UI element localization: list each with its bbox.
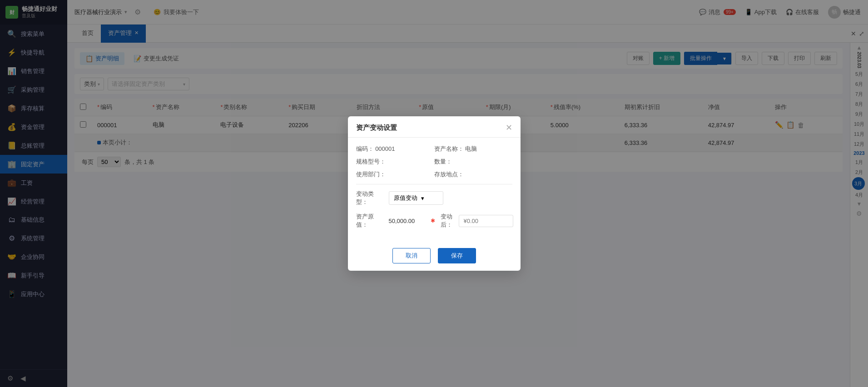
asset-change-modal: 资产变动设置 ✕ 编码： 000001 资产名称： 电脑 (348, 116, 521, 271)
quantity-label: 数量： (434, 158, 512, 166)
code-label: 编码： (356, 145, 374, 152)
after-change-label: 变动后： (441, 213, 452, 229)
required-mark: ✱ (431, 218, 435, 224)
save-button[interactable]: 保存 (438, 248, 476, 263)
modal-field-spec: 规格型号： (356, 158, 434, 166)
change-type-arrow: ▾ (421, 195, 424, 202)
change-type-label: 变动类型： (356, 190, 385, 206)
modal-info-row2: 规格型号： 数量： (356, 158, 512, 166)
modal-header: 资产变动设置 ✕ (348, 116, 521, 138)
modal-footer: 取消 保存 (348, 243, 521, 271)
dept-label: 使用部门： (356, 170, 434, 179)
modal-body: 编码： 000001 资产名称： 电脑 规格型号： 数量： (348, 138, 521, 243)
modal-title: 资产变动设置 (356, 124, 397, 132)
location-label: 存放地点： (434, 170, 512, 179)
change-type-value: 原值变动 (394, 194, 417, 202)
asset-name-label: 资产名称： (434, 145, 464, 152)
modal-info-row3: 使用部门： 存放地点： (356, 170, 512, 179)
change-type-select[interactable]: 原值变动 ▾ (389, 191, 443, 205)
modal-field-code: 编码： 000001 (356, 145, 434, 153)
original-value: 50,000.00 (389, 218, 425, 224)
after-change-input[interactable] (459, 215, 513, 227)
modal-field-quantity: 数量： (434, 158, 512, 166)
code-value: 000001 (375, 145, 395, 152)
modal-change-type-row: 变动类型： 原值变动 ▾ (356, 190, 512, 206)
modal-close-btn[interactable]: ✕ (506, 123, 512, 133)
modal-overlay[interactable]: 资产变动设置 ✕ 编码： 000001 资产名称： 电脑 (0, 0, 868, 387)
modal-divider (356, 184, 512, 184)
modal-field-name: 资产名称： 电脑 (434, 145, 512, 153)
modal-values-row: 资产原值： 50,000.00 ✱ 变动后： (356, 213, 512, 229)
spec-label: 规格型号： (356, 158, 434, 166)
original-value-label: 资产原值： (356, 213, 385, 229)
modal-field-location: 存放地点： (434, 170, 512, 179)
modal-field-dept: 使用部门： (356, 170, 434, 179)
asset-name-value: 电脑 (465, 145, 477, 152)
cancel-button[interactable]: 取消 (392, 248, 431, 263)
modal-info-row1: 编码： 000001 资产名称： 电脑 (356, 145, 512, 153)
